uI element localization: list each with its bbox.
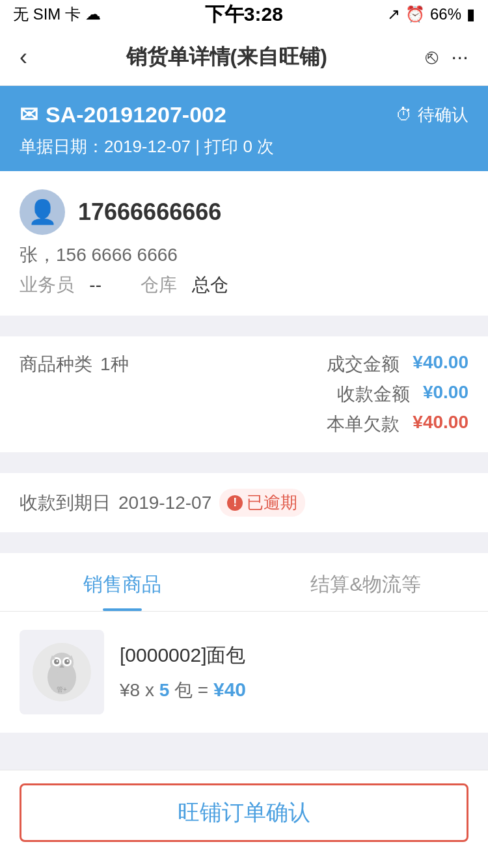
unit-price: ¥8: [120, 680, 140, 700]
status-bar-right: ↗ ⏰ 66% ▮: [387, 5, 475, 23]
received-amount-label: 收款金额: [337, 382, 410, 407]
sim-status: 无 SIM 卡 ☁: [13, 4, 101, 25]
tab-sales-products[interactable]: 销售商品: [0, 553, 244, 611]
confirm-label: 旺铺订单确认: [178, 798, 310, 828]
amounts-card: 商品种类 1种 成交金额 ¥40.00 收款金额 ¥0.00 本单欠款 ¥40.…: [0, 336, 488, 452]
sales-value: --: [89, 275, 102, 295]
alarm-icon: ⏰: [405, 5, 425, 23]
overdue-amount-row: 本单欠款 ¥40.00: [327, 412, 468, 437]
product-types-label: 商品种类: [20, 352, 92, 377]
order-icon: ✉: [20, 102, 38, 128]
customer-meta: 业务员 -- 仓库 总仓: [20, 273, 468, 297]
order-date: 单据日期：2019-12-07 | 打印 0 次: [20, 135, 468, 158]
avatar: 👤: [20, 189, 65, 235]
status-text: 待确认: [418, 103, 468, 126]
product-logo: 管+: [29, 640, 94, 705]
amounts-right: 成交金额 ¥40.00 收款金额 ¥0.00 本单欠款 ¥40.00: [327, 352, 468, 437]
status-bar-left: 无 SIM 卡 ☁: [13, 4, 101, 25]
due-date-label: 收款到期日: [20, 491, 111, 515]
battery-status: 66%: [430, 5, 461, 23]
sales-info: 业务员 --: [20, 273, 102, 297]
due-date-card: 收款到期日 2019-12-07 ! 已逾期: [0, 473, 488, 532]
location-icon: ↗: [387, 5, 400, 23]
quantity: 5: [159, 680, 170, 700]
order-header: ✉ SA-20191207-002 ⏱ 待确认 单据日期：2019-12-07 …: [0, 86, 488, 171]
overdue-badge: ! 已逾期: [219, 489, 305, 517]
product-list: 管+ [0000002]面包 ¥8 x 5 包 = ¥40: [0, 612, 488, 733]
overdue-text: 已逾期: [247, 491, 297, 514]
total-price: ¥40: [213, 679, 246, 700]
tab-settlement[interactable]: 结算&物流等: [244, 553, 488, 611]
deal-amount-value: ¥40.00: [413, 352, 468, 377]
due-date-value: 2019-12-07: [118, 493, 211, 513]
page-title: 销货单详情(来自旺铺): [126, 43, 327, 72]
back-button[interactable]: ‹: [20, 44, 27, 71]
separator-3: [0, 543, 488, 553]
unit: 包: [174, 680, 193, 700]
tab-sales-label: 销售商品: [83, 573, 161, 595]
share-button[interactable]: ⎋: [426, 45, 438, 69]
product-types: 商品种类 1种: [20, 352, 129, 377]
deal-amount-row: 成交金额 ¥40.00: [327, 352, 468, 377]
product-name: [0000002]面包: [120, 642, 468, 669]
svg-text:管+: 管+: [57, 686, 67, 693]
order-status: ⏱ 待确认: [396, 103, 468, 126]
product-details: [0000002]面包 ¥8 x 5 包 = ¥40: [120, 642, 468, 703]
overdue-amount-label: 本单欠款: [327, 412, 400, 437]
separator-2: [0, 463, 488, 473]
nav-bar: ‹ 销货单详情(来自旺铺) ⎋ ···: [0, 29, 488, 86]
battery-icon: ▮: [467, 5, 475, 23]
more-button[interactable]: ···: [451, 45, 468, 69]
order-id-value: SA-20191207-002: [46, 102, 226, 128]
svg-point-8: [67, 660, 69, 662]
status-bar-time: 下午3:28: [205, 1, 283, 28]
status-bar: 无 SIM 卡 ☁ 下午3:28 ↗ ⏰ 66% ▮: [0, 0, 488, 29]
order-id: ✉ SA-20191207-002: [20, 102, 226, 128]
tab-settlement-label: 结算&物流等: [310, 573, 421, 595]
deal-amount-label: 成交金额: [327, 352, 400, 377]
footer: 旺铺订单确认: [0, 770, 488, 868]
customer-contact: 张，156 6666 6666: [20, 243, 468, 267]
product-price: ¥8 x 5 包 = ¥40: [120, 678, 468, 703]
received-amount-value: ¥0.00: [423, 382, 468, 407]
tabs-container: 销售商品 结算&物流等: [0, 553, 488, 612]
svg-point-7: [57, 660, 59, 662]
warehouse-label: 仓库: [141, 275, 177, 295]
warehouse-value: 总仓: [192, 275, 228, 295]
confirm-order-button[interactable]: 旺铺订单确认: [20, 783, 468, 842]
nav-actions: ⎋ ···: [426, 45, 468, 69]
status-clock-icon: ⏱: [396, 105, 413, 125]
overdue-icon: !: [227, 495, 243, 511]
equals-sign: =: [198, 680, 213, 700]
warehouse-info: 仓库 总仓: [141, 273, 228, 297]
product-types-value: 1种: [100, 352, 129, 377]
received-amount-row: 收款金额 ¥0.00: [337, 382, 468, 407]
sales-label: 业务员: [20, 275, 74, 295]
avatar-icon: 👤: [28, 198, 57, 226]
customer-card: 👤 17666666666 张，156 6666 6666 业务员 -- 仓库 …: [0, 171, 488, 316]
product-item: 管+ [0000002]面包 ¥8 x 5 包 = ¥40: [0, 612, 488, 733]
price-separator: x: [145, 680, 159, 700]
customer-name: 17666666666: [78, 198, 221, 226]
overdue-amount-value: ¥40.00: [413, 412, 468, 437]
product-image: 管+: [20, 630, 104, 714]
separator-1: [0, 326, 488, 336]
